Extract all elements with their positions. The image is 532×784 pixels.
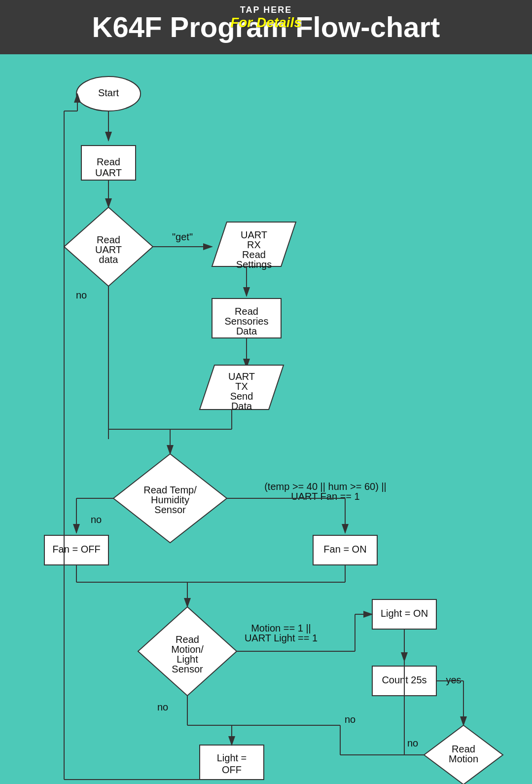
- read-motion-light-label4: Sensor: [172, 664, 203, 674]
- fan-off-label: Fan = OFF: [52, 544, 100, 555]
- uart-rx-label1: UART: [241, 229, 267, 240]
- light-off-label1: Light =: [217, 752, 247, 763]
- read-sensories-label3: Data: [236, 326, 257, 336]
- read-sensories-label1: Read: [235, 306, 258, 317]
- light-on-label: Light = ON: [381, 608, 428, 619]
- read-temp-label3: Sensor: [154, 504, 186, 515]
- uart-rx-label4: Settings: [236, 259, 272, 270]
- no4-label: no: [157, 702, 168, 712]
- uart-tx-label2: TX: [235, 381, 248, 392]
- uart-rx-label2: RX: [247, 239, 261, 250]
- light-off-label2: OFF: [222, 764, 242, 775]
- fan-cond-label1: (temp >= 40 || hum >= 60) ||: [264, 481, 387, 492]
- read-motion-light-label1: Read: [176, 634, 199, 645]
- no2-label: no: [91, 514, 102, 525]
- fan-cond-label2: UART Fan == 1: [291, 491, 359, 502]
- uart-rx-label3: Read: [242, 249, 266, 260]
- no-readmotion-label: no: [345, 714, 355, 725]
- start-label: Start: [98, 87, 119, 98]
- read-uart-label2: UART: [95, 167, 122, 178]
- read-motion-light-label3: Light: [177, 654, 198, 665]
- uart-tx-label4: Data: [231, 401, 252, 411]
- no1-label: no: [76, 290, 87, 300]
- motion-cond-label1: Motion == 1 ||: [251, 623, 311, 634]
- read-sensories-label2: Sensories: [225, 316, 269, 327]
- flowchart: Start Read UART Read UART data "get" UAR…: [0, 54, 532, 784]
- read-temp-label2: Humidity: [151, 494, 189, 505]
- no3-label: no: [407, 738, 418, 748]
- read-uart-data-label1: Read: [97, 234, 120, 245]
- yes-label: yes: [446, 674, 461, 685]
- header: TAP HERE For Details K64F Program Flow-c…: [0, 0, 532, 54]
- fan-on-label: Fan = ON: [323, 544, 366, 555]
- read-motion-label1: Read: [452, 744, 475, 754]
- uart-tx-label3: Send: [230, 391, 253, 402]
- read-uart-data-label2: UART: [95, 244, 122, 255]
- read-uart-label: Read: [97, 156, 120, 167]
- read-motion-light-label2: Motion/: [171, 644, 204, 655]
- get-label: "get": [172, 231, 193, 242]
- read-temp-label1: Read Temp/: [143, 485, 197, 495]
- read-uart-data-label3: data: [99, 254, 119, 265]
- motion-cond-label2: UART Light == 1: [245, 633, 318, 643]
- read-motion-label2: Motion: [449, 753, 478, 764]
- uart-tx-label1: UART: [228, 371, 255, 382]
- for-details-label[interactable]: For Details: [230, 15, 302, 31]
